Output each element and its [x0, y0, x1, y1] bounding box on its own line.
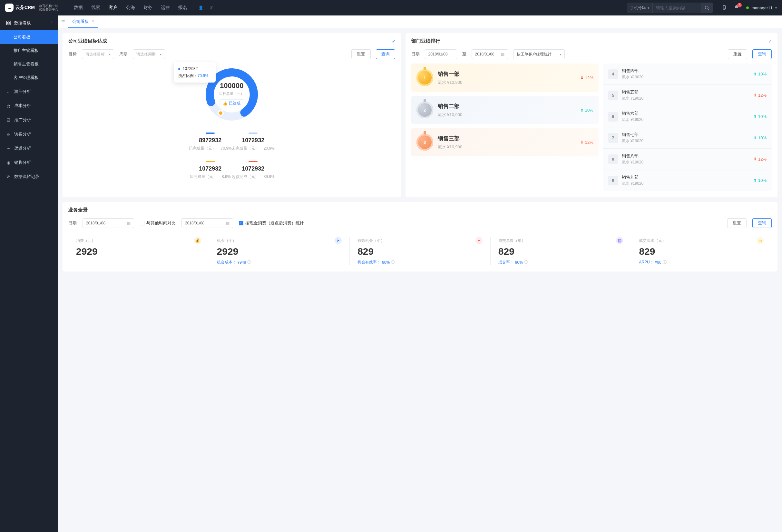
- nav-item[interactable]: 数据: [74, 0, 83, 15]
- rank-row[interactable]: 8销售八部流水 ¥19020⬇ 12%: [603, 149, 772, 170]
- help-icon[interactable]: ⓘ: [391, 259, 395, 265]
- sidebar-item[interactable]: ⟳数据流转记录: [0, 170, 58, 184]
- help-icon[interactable]: ⓘ: [663, 259, 667, 265]
- person-icon[interactable]: 👤: [198, 5, 203, 10]
- achieved-chip: 👍已达成: [219, 99, 244, 107]
- nav-item[interactable]: 线索: [91, 0, 100, 15]
- nav-item[interactable]: 报名: [178, 0, 187, 15]
- date-to-input[interactable]: 2018/01/08▦: [471, 49, 508, 59]
- search-type-select[interactable]: 手机号码▾: [627, 3, 653, 13]
- nav-item[interactable]: 客户: [109, 0, 118, 15]
- sidebar-item[interactable]: ⌵漏斗分析: [0, 84, 58, 99]
- sidebar-item[interactable]: ◉销售分析: [0, 155, 58, 170]
- top-right: 5 manager11 ▾: [722, 5, 777, 11]
- sidebar-child-item[interactable]: 销售主管看板: [0, 58, 58, 71]
- visitor-icon: ⎋: [6, 132, 11, 137]
- sidebar-item[interactable]: ◔成本分析: [0, 99, 58, 113]
- username: manager11: [751, 5, 773, 10]
- svg-rect-7: [9, 23, 10, 25]
- goal-stat: 1072932未完成量（元）20.9%: [232, 133, 275, 151]
- sidebar-item[interactable]: ⚭渠道分析: [0, 141, 58, 155]
- rank-top-card[interactable]: 2销售二部流水 ¥10,900⬆ 10%: [411, 96, 599, 124]
- trend-badge: ⬆ 10%: [753, 114, 767, 119]
- date-input[interactable]: 2018/01/08▦: [82, 218, 134, 228]
- help-icon[interactable]: ⓘ: [524, 259, 528, 265]
- nav-item[interactable]: 财务: [143, 0, 152, 15]
- help-icon[interactable]: ⓘ: [247, 259, 251, 265]
- expand-icon[interactable]: ⤢: [392, 39, 395, 43]
- compare-date-input[interactable]: 2018/01/08▦: [181, 218, 233, 228]
- metric: 有效机会（个）✦829机会有效率：80% ⓘ: [350, 237, 491, 265]
- rank-row[interactable]: 4销售四部流水 ¥19020⬆ 10%: [603, 64, 772, 85]
- expand-icon[interactable]: ⤢: [769, 39, 772, 43]
- nav-item[interactable]: 公海: [126, 0, 135, 15]
- donut-chart: 100000 目标总量（元） 👍已达成 1072932 所占比例：70.9% 8…: [68, 59, 395, 180]
- thumbs-up-icon: 👍: [223, 101, 227, 106]
- date-from-input[interactable]: 2018/01/08: [425, 49, 457, 59]
- trend-badge: ⬇ 12%: [580, 75, 594, 80]
- rank-top-card[interactable]: 1销售一部流水 ¥10,900⬇ 12%: [411, 64, 599, 92]
- tabs-bar: ☰ 公司看板 ✕: [58, 15, 782, 28]
- date-to-label: 至: [462, 51, 466, 57]
- group-by-select[interactable]: 按工单客户经理统计▾: [513, 49, 565, 59]
- sidebar-child-item[interactable]: 推广主管看板: [0, 44, 58, 58]
- device-icon[interactable]: [722, 5, 727, 11]
- medal-icon: 3: [417, 134, 433, 150]
- goal-achievement-card: 公司业绩目标达成 ⤢ 目标 请选择目标▾ 周期 请选择周期▾ 重置 查询: [63, 33, 401, 197]
- notification-badge: 5: [737, 3, 742, 7]
- medal-icon: 2: [417, 102, 433, 118]
- search-icon: [704, 5, 709, 10]
- reset-button[interactable]: 重置: [351, 49, 371, 59]
- metric: 机会（个）➤2929机会成本：¥948 ⓘ: [209, 237, 350, 265]
- sidebar: 数据看板 ˄ 公司看板推广主管看板销售主管看板客户经理看板 ⌵漏斗分析◔成本分析…: [0, 15, 58, 532]
- bar-icon: [206, 161, 215, 162]
- chevron-down-icon: ▾: [160, 52, 162, 56]
- trend-badge: ⬆ 10%: [753, 135, 767, 140]
- metric: 成交流水（元）▭829ARPU：¥80 ⓘ: [631, 237, 772, 265]
- rank-row[interactable]: 9销售九部流水 ¥19020⬆ 10%: [603, 170, 772, 191]
- nav-extra-icons: 👤 ✆: [198, 5, 213, 10]
- tab-company-dashboard[interactable]: 公司看板 ✕: [68, 15, 98, 28]
- rank-row[interactable]: 6销售六部流水 ¥19020⬆ 10%: [603, 106, 772, 127]
- calendar-icon: ▦: [226, 221, 229, 225]
- rank-row[interactable]: 5销售五部流水 ¥19020⬇ 12%: [603, 85, 772, 106]
- date-label: 日期: [411, 51, 420, 57]
- sidebar-child-item[interactable]: 客户经理看板: [0, 71, 58, 84]
- metric: 成交单数（单）▤829成交率：80% ⓘ: [491, 237, 632, 265]
- rank-number: 8: [608, 154, 618, 164]
- target-select[interactable]: 请选择目标▾: [82, 49, 114, 59]
- rank-top-card[interactable]: 3销售三部流水 ¥10,900⬇ 12%: [411, 128, 599, 156]
- period-select[interactable]: 请选择周期▾: [133, 49, 165, 59]
- nav-item[interactable]: 运营: [161, 0, 170, 15]
- metric-icon: ▭: [757, 237, 764, 244]
- search-button[interactable]: [701, 3, 713, 13]
- compare-checkbox[interactable]: 与其他时间对比: [140, 220, 176, 226]
- dashboard-icon: [6, 20, 11, 26]
- phone-icon[interactable]: ✆: [210, 5, 213, 10]
- cost-icon: ◔: [6, 103, 11, 108]
- query-button[interactable]: 查询: [752, 49, 772, 59]
- search-input[interactable]: [653, 3, 701, 13]
- sidebar-child-item[interactable]: 公司看板: [0, 30, 58, 44]
- user-menu[interactable]: manager11 ▾: [746, 5, 777, 10]
- query-button[interactable]: 查询: [752, 218, 772, 228]
- cash-checkbox[interactable]: 按现金消费（返点后消费）统计: [239, 220, 304, 226]
- brand-name: 云朵CRM: [15, 5, 35, 11]
- dot-icon: [178, 68, 180, 70]
- sidebar-item[interactable]: ⎋访客分析: [0, 127, 58, 141]
- trend-badge: ⬇ 12%: [753, 157, 767, 162]
- metric-icon: ▤: [616, 237, 623, 244]
- rank-row[interactable]: 7销售七部流水 ¥19020⬆ 10%: [603, 127, 772, 149]
- chevron-up-icon: ˄: [50, 21, 52, 25]
- hamburger-icon[interactable]: ☰: [61, 19, 65, 24]
- reset-button[interactable]: 重置: [727, 218, 747, 228]
- notifications-button[interactable]: 5: [734, 5, 739, 11]
- target-label: 目标: [68, 51, 77, 57]
- brand-subtitle: 教育机构一站 式服务云平台: [37, 4, 58, 11]
- sidebar-item[interactable]: ☑推广分析: [0, 113, 58, 127]
- bar-icon: [249, 133, 257, 134]
- close-icon[interactable]: ✕: [92, 19, 95, 24]
- sidebar-group-header[interactable]: 数据看板 ˄: [0, 15, 58, 30]
- query-button[interactable]: 查询: [376, 49, 395, 59]
- reset-button[interactable]: 重置: [728, 49, 747, 59]
